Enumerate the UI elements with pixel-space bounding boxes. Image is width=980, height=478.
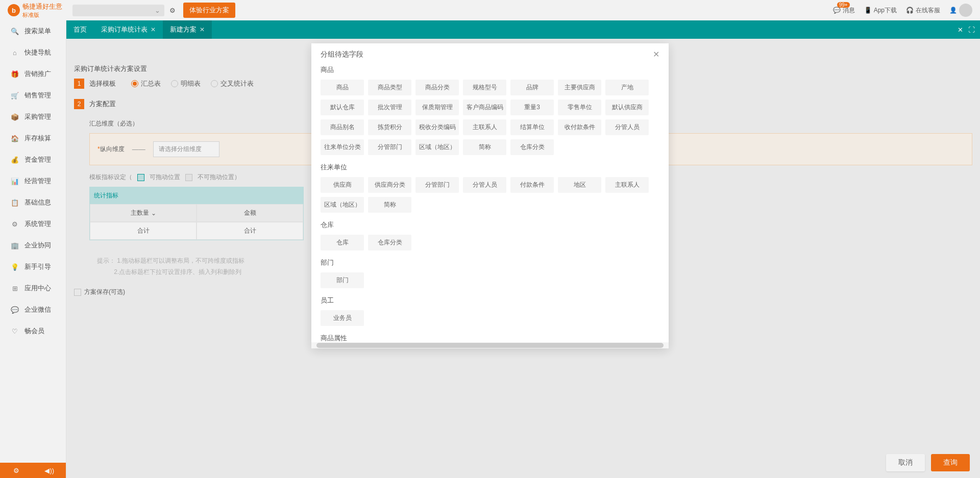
field-group-title-0: 商品 — [321, 65, 659, 74]
modal-close-icon[interactable]: ✕ — [653, 49, 659, 59]
field-chip-0-5[interactable]: 主要供应商 — [558, 80, 601, 95]
modal-title: 分组待选字段 — [321, 50, 363, 59]
modal-header: 分组待选字段 ✕ — [311, 43, 669, 65]
field-chip-0-20[interactable]: 分管人员 — [605, 119, 649, 135]
field-chip-0-22[interactable]: 分管部门 — [368, 139, 411, 155]
field-chip-0-14[interactable]: 商品别名 — [321, 119, 364, 135]
field-group-4: 员工业务员 — [321, 296, 659, 326]
field-chip-0-24[interactable]: 简称 — [463, 139, 506, 155]
field-chips-1: 供应商供应商分类分管部门分管人员付款条件地区主联系人区域（地区）简称 — [321, 177, 659, 213]
field-chip-0-2[interactable]: 商品分类 — [415, 80, 459, 95]
field-chip-0-9[interactable]: 保质期管理 — [415, 99, 459, 115]
field-chip-1-4[interactable]: 付款条件 — [510, 177, 554, 193]
field-group-2: 仓库仓库仓库分类 — [321, 220, 659, 250]
field-group-title-1: 往来单位 — [321, 163, 659, 172]
field-chips-4: 业务员 — [321, 310, 659, 326]
field-chip-1-2[interactable]: 分管部门 — [415, 177, 459, 193]
field-chip-0-0[interactable]: 商品 — [321, 80, 364, 95]
field-group-title-4: 员工 — [321, 296, 659, 305]
field-chip-0-25[interactable]: 仓库分类 — [510, 139, 554, 155]
field-chip-0-6[interactable]: 产地 — [605, 80, 649, 95]
field-chip-0-21[interactable]: 往来单位分类 — [321, 139, 364, 155]
field-chip-0-15[interactable]: 拣货积分 — [368, 119, 411, 135]
field-chip-1-7[interactable]: 区域（地区） — [321, 197, 364, 213]
field-group-0: 商品商品商品类型商品分类规格型号品牌主要供应商产地默认仓库批次管理保质期管理客户… — [321, 65, 659, 155]
field-chip-0-7[interactable]: 默认仓库 — [321, 99, 364, 115]
field-group-3: 部门部门 — [321, 258, 659, 288]
field-chip-2-1[interactable]: 仓库分类 — [368, 235, 411, 250]
field-chip-0-23[interactable]: 区域（地区） — [415, 139, 459, 155]
field-chip-0-10[interactable]: 客户商品编码 — [463, 99, 506, 115]
field-chip-0-8[interactable]: 批次管理 — [368, 99, 411, 115]
field-chips-0: 商品商品类型商品分类规格型号品牌主要供应商产地默认仓库批次管理保质期管理客户商品… — [321, 80, 659, 155]
field-group-1: 往来单位供应商供应商分类分管部门分管人员付款条件地区主联系人区域（地区）简称 — [321, 163, 659, 213]
field-chip-0-13[interactable]: 默认供应商 — [605, 99, 649, 115]
field-chip-1-1[interactable]: 供应商分类 — [368, 177, 411, 193]
modal-body[interactable]: 商品商品商品类型商品分类规格型号品牌主要供应商产地默认仓库批次管理保质期管理客户… — [311, 65, 669, 332]
field-chip-0-4[interactable]: 品牌 — [510, 80, 554, 95]
field-chip-2-0[interactable]: 仓库 — [321, 235, 364, 250]
field-chip-1-0[interactable]: 供应商 — [321, 177, 364, 193]
field-chip-0-3[interactable]: 规格型号 — [463, 80, 506, 95]
field-chip-0-18[interactable]: 结算单位 — [510, 119, 554, 135]
field-chip-0-11[interactable]: 重量3 — [510, 99, 554, 115]
field-chip-0-19[interactable]: 收付款条件 — [558, 119, 601, 135]
field-chips-3: 部门 — [321, 272, 659, 288]
field-chip-0-16[interactable]: 税收分类编码 — [415, 119, 459, 135]
field-chip-1-5[interactable]: 地区 — [558, 177, 601, 193]
field-chips-2: 仓库仓库分类 — [321, 235, 659, 250]
field-selector-modal: 分组待选字段 ✕ 商品商品商品类型商品分类规格型号品牌主要供应商产地默认仓库批次… — [311, 43, 669, 332]
field-chip-4-0[interactable]: 业务员 — [321, 310, 364, 326]
field-chip-3-0[interactable]: 部门 — [321, 272, 364, 288]
field-chip-0-1[interactable]: 商品类型 — [368, 80, 411, 95]
field-group-title-3: 部门 — [321, 258, 659, 267]
field-chip-0-17[interactable]: 主联系人 — [463, 119, 506, 135]
field-chip-1-8[interactable]: 简称 — [368, 197, 411, 213]
field-chip-1-3[interactable]: 分管人员 — [463, 177, 506, 193]
field-chip-1-6[interactable]: 主联系人 — [605, 177, 649, 193]
field-group-title-2: 仓库 — [321, 220, 659, 230]
field-chip-0-12[interactable]: 零售单位 — [558, 99, 601, 115]
